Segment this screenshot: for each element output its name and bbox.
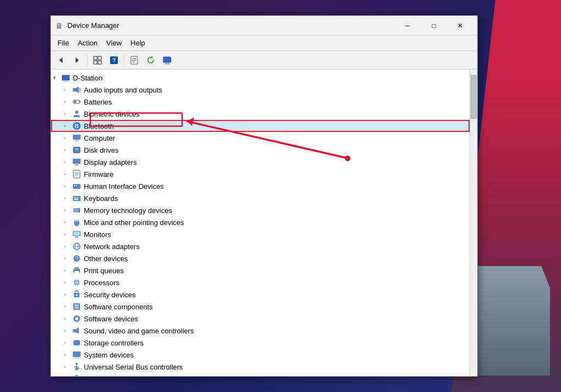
help-button[interactable]: ? — [106, 53, 122, 67]
properties-icon — [130, 56, 139, 65]
item-label-2: Biometric devices — [84, 110, 140, 118]
svg-rect-48 — [76, 220, 77, 222]
item-icon-3: B — [72, 121, 82, 131]
tree-item-21[interactable]: ›Storage controllers — [51, 337, 470, 349]
item-label-23: Universal Serial Bus controllers — [84, 363, 183, 371]
tree-item-18[interactable]: ›Software components — [51, 301, 470, 313]
item-icon-23 — [72, 362, 82, 372]
svg-point-22 — [75, 111, 78, 114]
scrollbar[interactable] — [470, 70, 477, 376]
expand-arrow-15: › — [64, 268, 72, 273]
svg-rect-91 — [76, 375, 78, 376]
svg-rect-21 — [74, 101, 76, 103]
item-label-0: Audio inputs and outputs — [84, 86, 162, 94]
item-icon-2 — [72, 109, 82, 119]
tree-item-2[interactable]: ›Biometric devices — [51, 108, 470, 120]
tree-item-15[interactable]: ›Print queues — [51, 264, 470, 276]
tree-item-8[interactable]: ›Human Interface Devices — [51, 180, 470, 192]
item-icon-14: ? — [72, 253, 82, 263]
tree-item-4[interactable]: ›Computer — [51, 132, 470, 144]
svg-marker-80 — [76, 327, 79, 334]
scrollbar-thumb[interactable] — [471, 75, 477, 119]
root-icon — [61, 73, 71, 83]
menu-action[interactable]: Action — [73, 37, 102, 49]
tree-item-20[interactable]: ›Sound, video and game controllers — [51, 325, 470, 337]
svg-rect-83 — [75, 358, 79, 359]
tree-item-10[interactable]: ›Memory technology devices — [51, 204, 470, 216]
tree-items-container: ›Audio inputs and outputs›Batteries›Biom… — [51, 84, 470, 376]
tree-item-22[interactable]: ›System devices — [51, 349, 470, 361]
svg-rect-82 — [73, 351, 81, 357]
item-icon-15 — [72, 266, 82, 275]
item-icon-16 — [72, 278, 82, 287]
item-label-8: Human Interface Devices — [84, 182, 164, 191]
refresh-button[interactable] — [143, 53, 158, 67]
svg-point-73 — [76, 295, 78, 296]
close-button[interactable]: ✕ — [448, 17, 473, 34]
svg-point-90 — [75, 368, 78, 370]
properties-button[interactable] — [127, 53, 142, 67]
item-label-15: Print queues — [84, 267, 124, 275]
expand-arrow-21: › — [64, 340, 72, 345]
tree-item-6[interactable]: ›Display adapters — [51, 156, 470, 168]
tree-item-16[interactable]: ›Processors — [51, 276, 470, 289]
expand-arrow-11: › — [64, 220, 72, 225]
item-label-24: USB Connector Managers — [84, 375, 167, 377]
item-label-13: Network adapters — [84, 243, 140, 251]
svg-rect-53 — [73, 232, 80, 235]
svg-rect-63 — [75, 281, 78, 284]
forward-icon — [73, 56, 81, 64]
tree-item-9[interactable]: ›Keyboards — [51, 192, 470, 204]
item-icon-10 — [72, 205, 82, 215]
tree-item-11[interactable]: ›Mice and other pointing devices — [51, 216, 470, 228]
treeview-button[interactable] — [90, 53, 105, 67]
expand-arrow-19: › — [64, 316, 72, 321]
content-area: ▾ D-Station ›Audio inputs and outputs›Ba… — [51, 70, 477, 376]
svg-rect-15 — [62, 75, 70, 80]
forward-button[interactable] — [70, 53, 85, 67]
svg-rect-41 — [77, 197, 78, 198]
tree-item-24[interactable]: ›USB Connector Managers — [51, 373, 470, 376]
title-icon: 🖥 — [55, 21, 64, 30]
tree-item-7[interactable]: ›Firmware — [51, 168, 470, 180]
item-label-21: Storage controllers — [84, 339, 144, 347]
svg-rect-36 — [74, 185, 75, 186]
tree-item-23[interactable]: ›Universal Serial Bus controllers — [51, 361, 470, 373]
expand-arrow-14: › — [64, 256, 72, 261]
svg-rect-89 — [78, 368, 79, 370]
item-label-6: Display adapters — [84, 158, 137, 166]
maximize-button[interactable]: □ — [421, 17, 446, 34]
tree-root-item[interactable]: ▾ D-Station — [51, 72, 470, 84]
back-button[interactable] — [53, 53, 68, 67]
menu-file[interactable]: File — [53, 37, 73, 49]
svg-marker-18 — [76, 87, 79, 93]
tree-item-14[interactable]: ›?Other devices — [51, 252, 470, 264]
svg-marker-1 — [76, 57, 79, 63]
item-icon-1 — [72, 97, 82, 107]
menu-view[interactable]: View — [102, 37, 126, 49]
tree-item-5[interactable]: ›Disk drives — [51, 144, 470, 156]
svg-text:B: B — [75, 123, 79, 129]
tree-item-17[interactable]: ›Security devices — [51, 289, 470, 301]
svg-rect-27 — [73, 147, 80, 153]
computer-button[interactable] — [159, 53, 175, 67]
svg-rect-35 — [73, 184, 81, 189]
tree-item-12[interactable]: ›Monitors — [51, 228, 470, 240]
device-tree[interactable]: ▾ D-Station ›Audio inputs and outputs›Ba… — [51, 70, 470, 376]
expand-arrow-16: › — [64, 280, 72, 285]
tree-item-1[interactable]: ›Batteries — [51, 96, 470, 108]
tree-item-3[interactable]: ›BBluetooth — [51, 120, 470, 132]
tree-item-0[interactable]: ›Audio inputs and outputs — [51, 84, 470, 96]
tree-item-19[interactable]: ›Software devices — [51, 313, 470, 325]
minimize-button[interactable]: ─ — [395, 17, 420, 34]
item-icon-24 — [72, 374, 82, 376]
expand-arrow-7: › — [64, 171, 72, 177]
item-label-5: Disk drives — [84, 146, 119, 154]
menu-help[interactable]: Help — [126, 37, 150, 49]
root-label: D-Station — [73, 74, 102, 82]
item-label-19: Software devices — [84, 315, 138, 323]
device-manager-window: 🖥 Device Manager ─ □ ✕ File Action View … — [50, 15, 478, 377]
svg-rect-25 — [73, 135, 81, 140]
svg-rect-2 — [94, 56, 97, 60]
tree-item-13[interactable]: ›Network adapters — [51, 240, 470, 252]
